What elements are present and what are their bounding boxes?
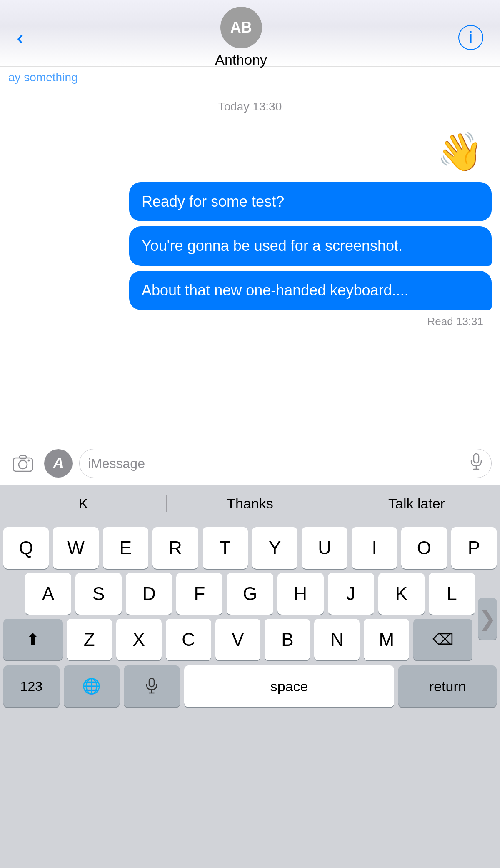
- key-l[interactable]: L: [429, 573, 475, 615]
- predictive-item-talk-later[interactable]: Talk later: [333, 491, 500, 516]
- key-y[interactable]: Y: [252, 527, 298, 569]
- message-text: Ready for some test?: [142, 193, 284, 210]
- predictive-bar: K Thanks Talk later: [0, 485, 500, 522]
- return-key[interactable]: return: [398, 665, 497, 707]
- camera-button[interactable]: [8, 449, 38, 478]
- space-key[interactable]: space: [184, 665, 395, 707]
- key-z[interactable]: Z: [67, 619, 112, 660]
- key-d[interactable]: D: [126, 573, 172, 615]
- message-text: You're gonna be used for a screenshot.: [142, 237, 402, 254]
- predictive-item-k[interactable]: K: [0, 491, 167, 516]
- key-m[interactable]: M: [364, 619, 409, 660]
- avatar[interactable]: AB: [220, 7, 262, 48]
- key-k[interactable]: K: [378, 573, 425, 615]
- globe-key[interactable]: 🌐: [64, 665, 120, 707]
- backspace-key[interactable]: ⌫: [413, 619, 472, 660]
- key-i[interactable]: I: [352, 527, 397, 569]
- key-w[interactable]: W: [53, 527, 98, 569]
- messages-section: Ready for some test? You're gonna be use…: [0, 182, 500, 336]
- message-text: About that new one-handed keyboard....: [142, 282, 408, 299]
- input-bar: A iMessage: [0, 442, 500, 485]
- key-s[interactable]: S: [75, 573, 122, 615]
- svg-rect-7: [149, 678, 154, 687]
- key-p[interactable]: P: [451, 527, 497, 569]
- wave-emoji: 👋: [0, 130, 500, 174]
- keyboard-row-1: Q W E R T Y U I O P: [0, 522, 500, 569]
- key-u[interactable]: U: [302, 527, 347, 569]
- info-icon: i: [469, 29, 472, 46]
- svg-rect-2: [20, 455, 26, 459]
- read-status: Read 13:31: [8, 315, 483, 328]
- key-n[interactable]: N: [314, 619, 360, 660]
- keyboard-row-3: ⬆ Z X C V B N M ⌫ ❯: [0, 615, 500, 660]
- one-handed-keyboard-chevron[interactable]: ❯: [478, 598, 497, 640]
- keyboard-row-2: A S D F G H J K L: [0, 569, 500, 615]
- key-b[interactable]: B: [265, 619, 310, 660]
- keyboard: Q W E R T Y U I O P A S D F G H J K L ⬆ …: [0, 522, 500, 868]
- dictation-key[interactable]: [124, 665, 180, 707]
- key-e[interactable]: E: [103, 527, 148, 569]
- key-a[interactable]: A: [25, 573, 71, 615]
- keyboard-row-4: 123 🌐 space return: [0, 660, 500, 711]
- svg-rect-4: [474, 454, 479, 463]
- key-q[interactable]: Q: [3, 527, 49, 569]
- mic-icon[interactable]: [470, 453, 483, 473]
- contact-name: Anthony: [215, 52, 267, 68]
- key-j[interactable]: J: [328, 573, 374, 615]
- message-bubble: Ready for some test?: [129, 182, 492, 221]
- svg-point-1: [19, 460, 27, 469]
- key-o[interactable]: O: [401, 527, 447, 569]
- key-v[interactable]: V: [215, 619, 261, 660]
- top-cutoff: ay something: [0, 67, 500, 88]
- key-h[interactable]: H: [278, 573, 324, 615]
- appstore-label: A: [53, 455, 64, 472]
- key-c[interactable]: C: [166, 619, 211, 660]
- message-input[interactable]: iMessage: [88, 456, 470, 471]
- header-center: AB Anthony: [215, 7, 267, 68]
- message-input-container[interactable]: iMessage: [79, 449, 492, 478]
- message-bubble: About that new one-handed keyboard....: [129, 271, 492, 310]
- key-x[interactable]: X: [116, 619, 162, 660]
- predictive-item-thanks[interactable]: Thanks: [167, 491, 333, 516]
- shift-key[interactable]: ⬆: [3, 619, 62, 660]
- num-key[interactable]: 123: [3, 665, 60, 707]
- back-button[interactable]: ‹: [17, 25, 24, 50]
- key-g[interactable]: G: [227, 573, 273, 615]
- key-f[interactable]: F: [176, 573, 222, 615]
- appstore-button[interactable]: A: [44, 449, 72, 478]
- timestamp: Today 13:30: [0, 100, 500, 113]
- svg-point-3: [28, 460, 30, 462]
- key-t[interactable]: T: [202, 527, 248, 569]
- info-button[interactable]: i: [458, 25, 483, 50]
- header: ‹ AB Anthony i: [0, 0, 500, 67]
- app-container: ‹ AB Anthony i ay something Today 13:30 …: [0, 0, 500, 868]
- key-r[interactable]: R: [152, 527, 198, 569]
- message-bubble: You're gonna be used for a screenshot.: [129, 226, 492, 265]
